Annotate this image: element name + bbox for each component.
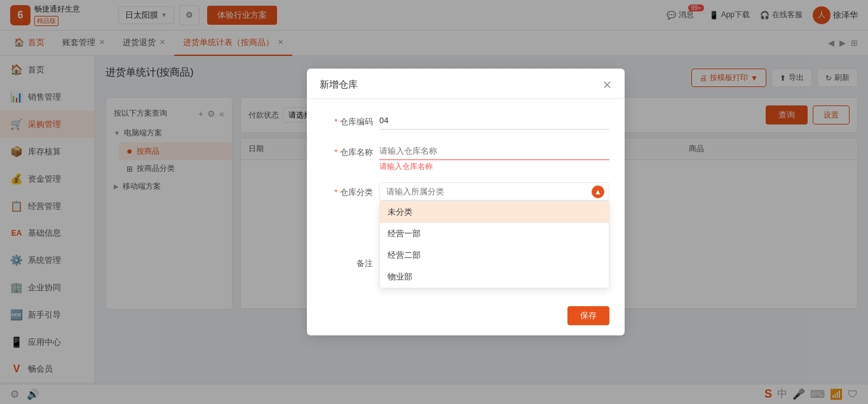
- category-label: 仓库分类: [322, 182, 379, 203]
- dialog-close-button[interactable]: ✕: [602, 79, 612, 91]
- name-error-msg: 请输入仓库名称: [379, 161, 609, 172]
- dropdown-item-none[interactable]: 未分类: [380, 201, 609, 223]
- category-input-wrap: ▲ 未分类 经营一部 经营二部 物业部: [379, 182, 609, 201]
- category-select-wrap: ▲: [379, 182, 609, 201]
- code-label: 仓库编码: [322, 112, 379, 132]
- note-label: 备注: [322, 253, 379, 274]
- dialog-header: 新增仓库 ✕: [307, 69, 625, 99]
- dialog-footer: 保存: [307, 299, 625, 335]
- name-input-wrap: 请输入仓库名称: [379, 142, 609, 172]
- name-field-row: 仓库名称 请输入仓库名称: [322, 142, 609, 172]
- category-input[interactable]: [379, 182, 609, 201]
- name-input[interactable]: [379, 142, 609, 160]
- dropdown-item-dept3[interactable]: 物业部: [380, 266, 609, 288]
- category-dropdown: 未分类 经营一部 经营二部 物业部: [379, 201, 609, 288]
- category-field-row: 仓库分类 ▲ 未分类 经营一部 经营二部 物业部: [322, 182, 609, 203]
- code-field-row: 仓库编码: [322, 112, 609, 132]
- dropdown-item-dept2[interactable]: 经营二部: [380, 245, 609, 266]
- new-warehouse-dialog: 新增仓库 ✕ 仓库编码 仓库名称 请输入仓库名称 仓库分类: [307, 69, 625, 335]
- save-button[interactable]: 保存: [567, 306, 609, 325]
- dialog-body: 仓库编码 仓库名称 请输入仓库名称 仓库分类 ▲: [307, 99, 625, 299]
- category-dropdown-toggle[interactable]: ▲: [592, 185, 604, 198]
- code-input[interactable]: [379, 112, 609, 130]
- name-label: 仓库名称: [322, 142, 379, 163]
- dropdown-item-dept1[interactable]: 经营一部: [380, 223, 609, 245]
- dialog-title: 新增仓库: [320, 79, 358, 91]
- code-input-wrap: [379, 112, 609, 130]
